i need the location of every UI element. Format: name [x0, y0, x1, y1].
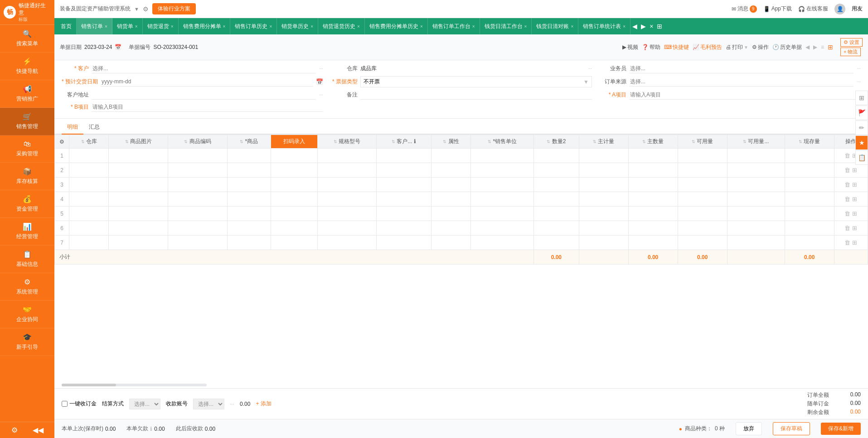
tab-grid-btn[interactable]: ⊞: [655, 23, 664, 30]
row-1-product[interactable]: [227, 149, 271, 163]
row-1-available[interactable]: [678, 149, 727, 163]
tab-invoice-history-close[interactable]: ×: [310, 24, 313, 29]
col-settings[interactable]: ⚙: [55, 135, 69, 149]
tab-expense-history[interactable]: 销售费用分摊单历史 ×: [365, 18, 428, 34]
tab-order-stats-close[interactable]: ×: [623, 24, 626, 29]
tab-sales-return-close[interactable]: ×: [171, 24, 174, 29]
tab-sales-invoice-close[interactable]: ×: [135, 24, 138, 29]
system-dropdown-btn[interactable]: ▼: [134, 6, 139, 12]
sidebar-item-finance[interactable]: 💰 资金管理: [0, 190, 54, 218]
tab-return-history[interactable]: 销货退货历史 ×: [318, 18, 365, 34]
sidebar-item-quick-nav[interactable]: ⚡ 快捷导航: [0, 53, 54, 80]
user-avatar[interactable]: 👤: [834, 4, 845, 14]
row-1-main-unit[interactable]: [579, 149, 628, 163]
gear-icon[interactable]: ⚙: [143, 5, 149, 13]
shortcut-btn[interactable]: ⌨ 快捷键: [664, 43, 689, 51]
tab-order-stats[interactable]: 销售订单统计表 ×: [578, 18, 630, 34]
tab-return-history-close[interactable]: ×: [357, 24, 360, 29]
add-account-btn[interactable]: + 添加: [256, 400, 271, 408]
tab-sales-invoice[interactable]: 销货单 ×: [112, 18, 143, 34]
settings-quick-btn[interactable]: ⚙ 设置: [840, 38, 863, 47]
tab-summary[interactable]: 汇总: [83, 120, 105, 134]
row-6-delete-btn[interactable]: 🗑: [844, 225, 850, 231]
row-5-copy-btn[interactable]: ⊞: [852, 210, 857, 217]
tab-sales-order-history-close[interactable]: ×: [269, 24, 272, 29]
row-2-stock[interactable]: [785, 163, 834, 178]
sidebar-item-newbie[interactable]: 🎓 新手引导: [0, 328, 54, 356]
tab-daily-workbench-close[interactable]: ×: [524, 24, 527, 29]
next-record-btn[interactable]: ▶: [813, 44, 817, 50]
customer-input[interactable]: [92, 64, 316, 73]
row-2-image[interactable]: [109, 163, 168, 178]
scroll-track[interactable]: [62, 384, 207, 386]
salesperson-more-btn[interactable]: ···: [857, 66, 861, 71]
calendar-icon[interactable]: 📅: [115, 44, 121, 50]
app-download-btn[interactable]: 📱 App下载: [763, 5, 792, 13]
tab-detail[interactable]: 明细: [62, 120, 83, 135]
row-2-product[interactable]: [227, 163, 271, 178]
discard-btn[interactable]: 放弃: [736, 422, 762, 435]
view-btn[interactable]: ▶ 视频: [622, 43, 638, 51]
tab-order-workbench-close[interactable]: ×: [472, 24, 475, 29]
delivery-date-input[interactable]: [101, 77, 313, 87]
one-click-checkbox-label[interactable]: 一键收订金: [62, 400, 97, 408]
row-5-delete-btn[interactable]: 🗑: [844, 210, 850, 217]
tab-expense-history-close[interactable]: ×: [420, 24, 423, 29]
tab-sales-expense-close[interactable]: ×: [223, 24, 226, 29]
row-1-spec[interactable]: [317, 149, 377, 163]
sidebar-item-operations[interactable]: 📊 经营管理: [0, 218, 54, 245]
sidebar-item-sales[interactable]: 🛒 销售管理: [0, 108, 54, 135]
row-2-delete-btn[interactable]: 🗑: [844, 167, 850, 173]
notes-input[interactable]: [360, 90, 592, 100]
row-1-code[interactable]: [168, 149, 228, 163]
salesperson-input[interactable]: [629, 64, 853, 73]
row-3-warehouse[interactable]: [69, 178, 109, 192]
rside-edit-btn[interactable]: ✏: [855, 120, 868, 135]
row-2-main-qty[interactable]: [628, 163, 678, 178]
help-btn[interactable]: ❓ 帮助: [642, 43, 660, 51]
customer-address-more-btn[interactable]: ···: [320, 92, 323, 97]
row-3-delete-btn[interactable]: 🗑: [844, 181, 850, 188]
row-1-qty2[interactable]: [534, 149, 579, 163]
row-1-unit[interactable]: [471, 149, 534, 163]
tab-prev-btn[interactable]: ◀: [630, 23, 639, 30]
row-2-unit[interactable]: [471, 163, 534, 178]
row-2-code[interactable]: [168, 163, 228, 178]
settlement-select[interactable]: 选择...: [129, 399, 160, 409]
order-source-more-btn[interactable]: ···: [857, 79, 861, 84]
tab-daily-reconcile[interactable]: 钱货日清对账 ×: [532, 18, 578, 34]
row-4-copy-btn[interactable]: ⊞: [852, 196, 857, 202]
customer-more-btn[interactable]: ···: [320, 66, 323, 71]
profit-btn[interactable]: 📈 毛利预告: [693, 43, 722, 51]
invoice-type-select[interactable]: 不开票 ▼: [360, 76, 592, 87]
history-btn[interactable]: 🕐 历史单据: [772, 43, 802, 51]
add-goods-btn[interactable]: + 物流: [840, 48, 861, 56]
account-select[interactable]: 选择...: [193, 399, 224, 409]
row-3-copy-btn[interactable]: ⊞: [852, 181, 857, 188]
msg-btn[interactable]: ✉ 消息 9: [732, 5, 757, 13]
tab-sales-order-close[interactable]: ×: [105, 24, 107, 29]
row-1-warehouse[interactable]: [69, 149, 109, 163]
save-draft-btn[interactable]: 保存草稿: [773, 422, 810, 435]
tab-invoice-history[interactable]: 销货单历史 ×: [277, 18, 318, 34]
a-project-input[interactable]: [629, 90, 861, 100]
row-4-delete-btn[interactable]: 🗑: [844, 196, 850, 202]
row-2-available[interactable]: [678, 163, 727, 178]
row-2-copy-btn[interactable]: ⊞: [852, 167, 857, 173]
sidebar-item-basic-info[interactable]: 📋 基础信息: [0, 245, 54, 273]
row-2-warehouse[interactable]: [69, 163, 109, 178]
row-2-qty2[interactable]: [534, 163, 579, 178]
sidebar-item-search[interactable]: 🔍 搜索菜单: [0, 25, 54, 53]
rside-clipboard-btn[interactable]: 📋: [855, 150, 868, 165]
rside-flag-btn[interactable]: 🚩: [855, 106, 868, 120]
sidebar-item-system[interactable]: ⚙ 系统管理: [0, 273, 54, 301]
expand-btn[interactable]: ⊞: [828, 43, 833, 51]
row-2-main-unit[interactable]: [579, 163, 628, 178]
tab-order-workbench[interactable]: 销售订单工作台 ×: [428, 18, 480, 34]
row-2-available2[interactable]: [727, 163, 785, 178]
row-7-delete-btn[interactable]: 🗑: [844, 239, 850, 246]
warehouse-more-btn[interactable]: ···: [588, 66, 592, 71]
tab-sales-return[interactable]: 销货退货 ×: [143, 18, 179, 34]
tab-close-all-btn[interactable]: ×: [648, 23, 655, 30]
tab-sales-order-history[interactable]: 销售订单历史 ×: [230, 18, 277, 34]
